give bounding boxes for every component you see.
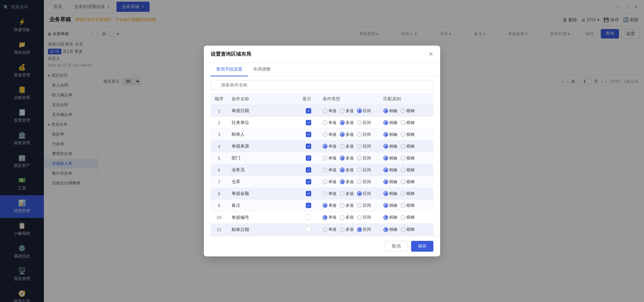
- modal-footer: 取消 保存: [204, 236, 440, 256]
- type-radio-区间[interactable]: 区间: [357, 108, 371, 114]
- show-checkbox[interactable]: [306, 155, 311, 161]
- row-show[interactable]: [298, 152, 319, 164]
- row-name: 单据编号: [227, 211, 298, 224]
- type-radio-单值[interactable]: 单值: [323, 167, 337, 173]
- type-radio-多值[interactable]: 多值: [340, 203, 354, 208]
- type-radio-区间[interactable]: 区间: [357, 155, 371, 161]
- type-radio-多值[interactable]: 多值: [340, 167, 354, 173]
- cancel-button[interactable]: 取消: [385, 241, 408, 252]
- match-radio-模糊[interactable]: 模糊: [401, 132, 414, 137]
- show-checkbox[interactable]: [306, 214, 311, 220]
- row-show[interactable]: [298, 129, 319, 141]
- show-checkbox[interactable]: [306, 226, 311, 232]
- match-radio-精确[interactable]: 精确: [383, 167, 397, 173]
- modal-tab-layout[interactable]: 布局调整: [248, 63, 276, 76]
- radio-circle: [357, 227, 362, 232]
- match-radio-模糊[interactable]: 模糊: [401, 108, 414, 114]
- type-radio-单值[interactable]: 单值: [323, 108, 337, 114]
- row-type: 单值多值区间: [319, 200, 379, 211]
- type-radio-区间[interactable]: 区间: [357, 167, 371, 173]
- type-radio-单值[interactable]: 单值: [323, 203, 337, 208]
- radio-circle: [401, 168, 405, 172]
- type-radio-多值[interactable]: 多值: [340, 227, 354, 232]
- show-checkbox[interactable]: [306, 191, 311, 196]
- type-radio-多值[interactable]: 多值: [340, 120, 354, 126]
- show-checkbox[interactable]: [306, 167, 311, 173]
- match-radio-模糊[interactable]: 模糊: [401, 215, 414, 220]
- type-radio-多值[interactable]: 多值: [340, 215, 354, 220]
- show-checkbox[interactable]: [306, 132, 311, 137]
- type-radio-区间[interactable]: 区间: [357, 179, 371, 185]
- match-radio-模糊[interactable]: 模糊: [401, 191, 414, 197]
- type-radio-单值[interactable]: 单值: [323, 120, 337, 126]
- row-show[interactable]: [298, 141, 319, 152]
- match-radio-精确[interactable]: 精确: [383, 179, 397, 185]
- match-radio-模糊[interactable]: 模糊: [401, 179, 414, 185]
- radio-circle: [401, 144, 405, 149]
- type-radio-多值[interactable]: 多值: [340, 191, 354, 197]
- modal-search-input[interactable]: [211, 80, 433, 90]
- row-order: 3: [211, 129, 227, 141]
- type-radio-区间[interactable]: 区间: [357, 120, 371, 126]
- match-radio-模糊[interactable]: 模糊: [401, 227, 414, 232]
- row-show[interactable]: [298, 200, 319, 211]
- radio-circle: [383, 203, 388, 208]
- type-radio-区间[interactable]: 区间: [357, 132, 371, 137]
- match-radio-精确[interactable]: 精确: [383, 108, 397, 114]
- type-radio-多值[interactable]: 多值: [340, 179, 354, 185]
- radio-circle: [323, 132, 327, 137]
- show-checkbox[interactable]: [306, 144, 311, 149]
- match-radio-模糊[interactable]: 模糊: [401, 155, 414, 161]
- type-radio-多值[interactable]: 多值: [340, 108, 354, 114]
- modal-overlay[interactable]: 设置查询区域布局 ✕ 查询字段设置 布局调整 🔍 顺序 条件名称: [0, 0, 644, 302]
- row-show[interactable]: [298, 105, 319, 117]
- type-radio-区间[interactable]: 区间: [357, 203, 371, 208]
- row-name: 部门: [227, 152, 298, 164]
- row-show[interactable]: [298, 224, 319, 236]
- match-radio-精确[interactable]: 精确: [383, 155, 397, 161]
- type-radio-多值[interactable]: 多值: [340, 144, 354, 149]
- table-row: 8单据金额单值多值区间精确模糊: [211, 188, 433, 200]
- radio-circle: [383, 215, 388, 220]
- match-radio-精确[interactable]: 精确: [383, 144, 397, 149]
- match-radio-精确[interactable]: 精确: [383, 203, 397, 208]
- match-radio-模糊[interactable]: 模糊: [401, 120, 414, 126]
- match-radio-模糊[interactable]: 模糊: [401, 144, 414, 149]
- modal-tab-fields[interactable]: 查询字段设置: [211, 63, 248, 76]
- row-show[interactable]: [298, 164, 319, 176]
- type-radio-单值[interactable]: 单值: [323, 179, 337, 185]
- row-show[interactable]: [298, 211, 319, 224]
- row-show[interactable]: [298, 176, 319, 188]
- match-radio-模糊[interactable]: 模糊: [401, 167, 414, 173]
- type-radio-多值[interactable]: 多值: [340, 155, 354, 161]
- match-radio-精确[interactable]: 精确: [383, 215, 397, 220]
- match-radio-精确[interactable]: 精确: [383, 227, 397, 232]
- type-radio-单值[interactable]: 单值: [323, 215, 337, 220]
- type-radio-区间[interactable]: 区间: [357, 227, 371, 232]
- type-radio-区间[interactable]: 区间: [357, 191, 371, 197]
- save-button[interactable]: 保存: [411, 241, 433, 252]
- type-radio-单值[interactable]: 单值: [323, 155, 337, 161]
- show-checkbox[interactable]: [306, 108, 311, 114]
- match-radio-精确[interactable]: 精确: [383, 132, 397, 137]
- radio-circle: [340, 144, 345, 149]
- type-radio-多值[interactable]: 多值: [340, 132, 354, 137]
- show-checkbox[interactable]: [306, 179, 311, 184]
- show-checkbox[interactable]: [306, 120, 311, 125]
- type-radio-单值[interactable]: 单值: [323, 227, 337, 232]
- match-radio-模糊[interactable]: 模糊: [401, 203, 414, 208]
- type-radio-区间[interactable]: 区间: [357, 144, 371, 149]
- type-radio-单值[interactable]: 单值: [323, 132, 337, 137]
- type-radio-单值[interactable]: 单值: [323, 144, 337, 149]
- radio-circle: [357, 156, 362, 160]
- radio-circle: [401, 215, 405, 220]
- row-show[interactable]: [298, 117, 319, 129]
- type-radio-单值[interactable]: 单值: [323, 191, 337, 197]
- match-radio-精确[interactable]: 精确: [383, 120, 397, 126]
- match-radio-精确[interactable]: 精确: [383, 191, 397, 197]
- show-checkbox[interactable]: [306, 203, 311, 208]
- type-radio-区间[interactable]: 区间: [357, 215, 371, 220]
- modal-close-button[interactable]: ✕: [428, 50, 433, 58]
- row-show[interactable]: [298, 188, 319, 200]
- row-type: 单值多值区间: [319, 188, 379, 200]
